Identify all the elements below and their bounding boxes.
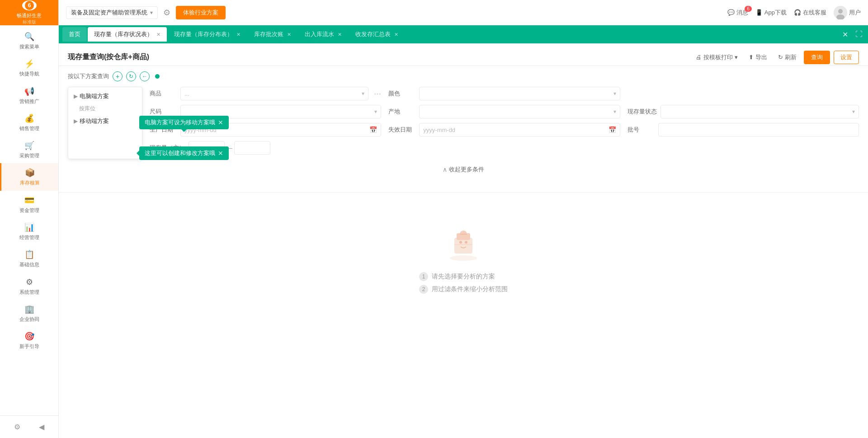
- trial-btn[interactable]: 体验行业方案: [176, 6, 226, 19]
- sidebar-label-sales: 销售管理: [19, 125, 39, 132]
- stock-main-max-input[interactable]: [234, 141, 270, 155]
- schema-tree-pc-label: 电脑端方案: [80, 92, 109, 100]
- sidebar: 6 畅通好生意 标准版 🔍 搜索菜单 ⚡ 快捷导航 📢 营销推广 💰 销售管理 …: [0, 0, 59, 438]
- filter-header: 按以下方案查询 + ↻ ←: [68, 71, 859, 81]
- stock-status-select[interactable]: ▾: [660, 105, 859, 118]
- scheme-dot-indicator: [155, 74, 160, 79]
- sidebar-item-operations[interactable]: 📊 经营管理: [0, 218, 58, 245]
- support-btn[interactable]: 🎧 在线客服: [794, 9, 826, 17]
- sidebar-item-purchase[interactable]: 🛒 采购管理: [0, 136, 58, 163]
- refresh-scheme-btn[interactable]: ↻: [126, 71, 136, 81]
- print-label: 按模板打印: [703, 53, 733, 61]
- sidebar-label-inventory: 库存核算: [20, 179, 40, 186]
- tab-batch-account[interactable]: 库存批次账 ✕: [248, 27, 297, 42]
- tab-close-all-icon[interactable]: ✕: [840, 28, 850, 41]
- sidebar-label-search-menu: 搜索菜单: [19, 43, 39, 50]
- tooltip-pc-close-btn[interactable]: ✕: [218, 119, 223, 126]
- collapse-sidebar-icon[interactable]: ◀: [39, 423, 44, 431]
- tree-arrow-mobile: ▶: [74, 118, 78, 124]
- sidebar-item-basic-info[interactable]: 📋 基础信息: [0, 245, 58, 272]
- tab-close-collect-send[interactable]: ✕: [394, 32, 398, 38]
- tab-inventory-dist[interactable]: 现存量（库存分布表） ✕: [168, 27, 247, 42]
- system-icon: ⚙: [26, 277, 33, 287]
- search-btn[interactable]: 查询: [804, 51, 830, 64]
- notification-btn[interactable]: 💬 消息 6: [727, 9, 748, 17]
- tab-in-out-flow-label: 出入库流水: [305, 30, 334, 38]
- origin-select[interactable]: ▾: [419, 105, 620, 118]
- back-scheme-btn[interactable]: ←: [140, 71, 150, 81]
- sidebar-label-system: 系统管理: [19, 289, 39, 295]
- user-menu[interactable]: 用户: [834, 6, 861, 19]
- sidebar-item-quick-nav[interactable]: ⚡ 快捷导航: [0, 54, 58, 81]
- tooltip-create-text: 这里可以创建和修改方案哦: [145, 149, 215, 157]
- goods-more-icon[interactable]: ⋯: [374, 89, 381, 98]
- sidebar-label-quick-nav: 快捷导航: [19, 71, 39, 77]
- tabbar: 首页 现存量（库存状况表） ✕ 现存量（库存分布表） ✕ 库存批次账 ✕ 出入库…: [59, 25, 868, 43]
- schema-tree: ▶ 电脑端方案 按库位 ▶ 移动端方案: [68, 87, 142, 159]
- schema-tree-item-1[interactable]: 按库位: [68, 103, 142, 115]
- settings-bottom-icon[interactable]: ⚙: [14, 423, 20, 431]
- step-num-1: 1: [419, 272, 428, 281]
- step-2-text: 用过滤条件来缩小分析范围: [432, 285, 508, 293]
- filter-row-1: 商品 ... ▾ ⋯ 颜色 ▾: [150, 87, 859, 100]
- tab-close-in-out-flow[interactable]: ✕: [338, 32, 342, 38]
- color-select[interactable]: ▾: [419, 87, 620, 100]
- tab-collect-send[interactable]: 收发存汇总表 ✕: [349, 27, 405, 42]
- content-area: 现存量查询(按仓库+商品) 🖨 按模板打印 ▾ ⬆ 导出 ↻ 刷新 查询 设置: [59, 43, 868, 438]
- sidebar-item-finance[interactable]: 💳 资金管理: [0, 191, 58, 218]
- settings-btn[interactable]: 设置: [834, 51, 859, 64]
- schema-tree-mobile[interactable]: ▶ 移动端方案: [68, 115, 142, 127]
- sidebar-item-enterprise[interactable]: 🏢 企业协同: [0, 300, 58, 327]
- tab-close-inventory-dist[interactable]: ✕: [236, 32, 241, 38]
- schema-tree-pc[interactable]: ▶ 电脑端方案: [68, 90, 142, 103]
- tab-inventory-status-label: 现存量（库存状况表）: [94, 30, 153, 38]
- sidebar-item-marketing[interactable]: 📢 营销推广: [0, 82, 58, 109]
- goods-arrow-icon: ▾: [362, 90, 364, 97]
- tab-close-inventory-status[interactable]: ✕: [156, 32, 160, 38]
- collapse-more-btn[interactable]: ∧ 收起更多条件: [68, 163, 859, 176]
- logo: 6 畅通好生意 标准版: [0, 0, 58, 25]
- color-arrow-icon: ▾: [613, 90, 616, 97]
- step-num-2: 2: [419, 285, 428, 294]
- app-selector[interactable]: 装备及固定资产辅助管理系统 ▾: [66, 6, 158, 19]
- marketing-icon: 📢: [24, 86, 34, 96]
- prod-date-cal-icon: 📅: [369, 126, 377, 133]
- print-btn[interactable]: 🖨 按模板打印 ▾: [692, 52, 741, 63]
- user-label: 用户: [849, 9, 861, 17]
- size-label: 尺码: [150, 108, 177, 116]
- tab-close-batch-account[interactable]: ✕: [287, 32, 291, 38]
- goods-select[interactable]: ... ▾: [180, 87, 368, 100]
- tab-fullscreen-icon[interactable]: ⛶: [854, 28, 864, 40]
- expire-date-input[interactable]: yyyy-mm-dd 📅: [419, 123, 620, 137]
- app-download-btn[interactable]: 📱 App下载: [755, 9, 787, 17]
- filter-row-2: 尺码 ▾ 产地 ▾: [150, 105, 859, 118]
- tab-in-out-flow[interactable]: 出入库流水 ✕: [298, 27, 348, 42]
- tooltip-create-close-btn[interactable]: ✕: [218, 150, 223, 157]
- batch-input[interactable]: [658, 123, 859, 137]
- settings-icon[interactable]: ⚙: [161, 6, 172, 19]
- empty-step-1: 1 请先选择要分析的方案: [419, 272, 508, 281]
- logo-edition: 标准版: [23, 19, 36, 25]
- empty-steps: 1 请先选择要分析的方案 2 用过滤条件来缩小分析范围: [419, 272, 508, 294]
- export-btn[interactable]: ⬆ 导出: [745, 52, 771, 63]
- refresh-label: 刷新: [785, 53, 797, 61]
- refresh-btn[interactable]: ↻ 刷新: [774, 52, 800, 63]
- sidebar-item-search-menu[interactable]: 🔍 搜索菜单: [0, 27, 58, 54]
- stock-status-arrow-icon: ▾: [852, 108, 855, 115]
- filter-section: 按以下方案查询 + ↻ ← ▶ 电脑端方案 按库位 ▶ 移动端方案: [59, 66, 868, 193]
- arrow-up-icon: ∧: [443, 166, 447, 173]
- add-scheme-btn[interactable]: +: [113, 71, 123, 81]
- tab-home[interactable]: 首页: [62, 27, 87, 42]
- sidebar-item-guide[interactable]: 🎯 新手引导: [0, 327, 58, 354]
- sidebar-menu: 🔍 搜索菜单 ⚡ 快捷导航 📢 营销推广 💰 销售管理 🛒 采购管理 📦 库存核…: [0, 25, 58, 415]
- tab-inventory-status[interactable]: 现存量（库存状况表） ✕: [88, 27, 167, 42]
- color-label: 颜色: [388, 89, 415, 98]
- sidebar-item-system[interactable]: ⚙ 系统管理: [0, 273, 58, 300]
- sidebar-item-inventory[interactable]: 📦 库存核算: [0, 163, 58, 190]
- tooltip-pc-text: 电脑方案可设为移动方案哦: [145, 118, 215, 127]
- tabbar-right: ✕ ⛶: [840, 28, 864, 41]
- page-title: 现存量查询(按仓库+商品): [68, 52, 149, 62]
- filter-cell-expire-date: 失效日期 yyyy-mm-dd 📅: [388, 123, 620, 137]
- inventory-icon: 📦: [25, 168, 35, 178]
- sidebar-item-sales[interactable]: 💰 销售管理: [0, 109, 58, 136]
